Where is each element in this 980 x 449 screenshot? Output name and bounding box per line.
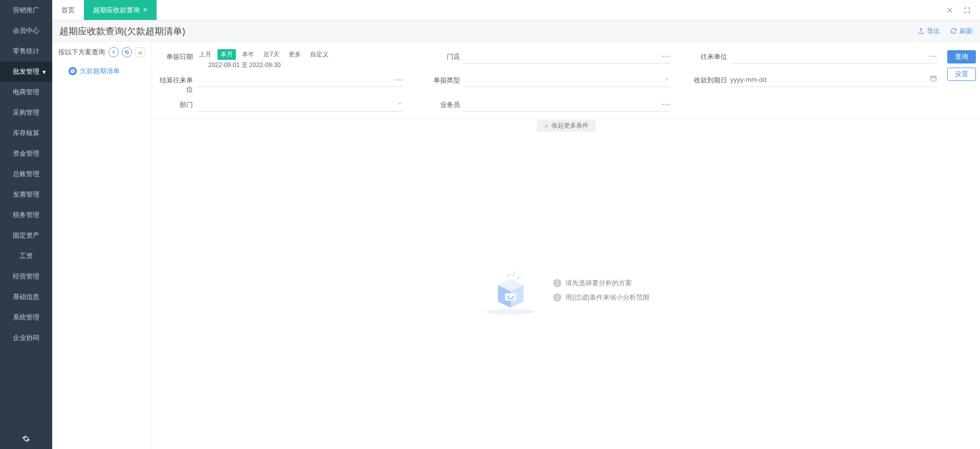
svg-point-9	[513, 296, 514, 297]
sidebar-item-ecommerce[interactable]: 电商管理	[0, 82, 52, 102]
filter-label-settle-partner: 结算往来单位	[156, 73, 196, 94]
ellipsis-icon[interactable]: ⋯	[929, 51, 937, 61]
date-tab-this-month[interactable]: 本月	[217, 49, 236, 60]
settle-partner-input[interactable]	[196, 73, 403, 87]
filter-label-due-date: 收款到期日	[690, 73, 730, 85]
scheme-settings-button[interactable]	[122, 47, 132, 57]
collapse-scheme-panel-button[interactable]: «	[135, 47, 145, 57]
export-button[interactable]: 导出	[918, 27, 940, 36]
empty-state: 1 请先选择要分析的方案 2 用[过滤]条件来缩小分析范围	[152, 132, 980, 449]
sidebar-item-purchase[interactable]: 采购管理	[0, 102, 52, 123]
sidebar-item-label: 工资	[19, 251, 33, 261]
sidebar-item-label: 总账管理	[13, 169, 39, 179]
date-tab-last-month[interactable]: 上月	[196, 49, 214, 60]
collapse-filters-button[interactable]: 收起更多条件	[537, 120, 596, 132]
scheme-header-label: 按以下方案查询	[58, 48, 105, 57]
chevron-down-icon[interactable]	[397, 99, 403, 109]
date-tab-custom[interactable]: 自定义	[307, 49, 332, 60]
empty-step-text: 用[过滤]条件来缩小分析范围	[565, 293, 649, 302]
refresh-label: 刷新	[960, 27, 973, 36]
sidebar-item-business[interactable]: 经营管理	[0, 266, 52, 287]
scheme-item-overdue-debt[interactable]: 欠款超期清单	[58, 65, 145, 78]
svg-point-6	[486, 309, 535, 315]
date-sep: 至	[242, 61, 248, 69]
caret-down-icon: ▾	[42, 68, 46, 76]
date-tab-last-7-days[interactable]: 近7天	[260, 49, 282, 60]
salesperson-input[interactable]	[463, 97, 670, 112]
svg-rect-7	[505, 293, 516, 301]
sidebar-item-label: 基础信息	[13, 292, 39, 302]
sidebar-settings-button[interactable]	[0, 429, 52, 449]
sidebar-item-label: 固定资产	[13, 231, 39, 240]
sidebar-item-ledger[interactable]: 总账管理	[0, 164, 52, 184]
sidebar-item-inventory[interactable]: 库存核算	[0, 123, 52, 143]
add-scheme-button[interactable]: +	[108, 47, 119, 57]
filter-form: 单据日期 上月 本月 本年 近7天 更多 自定义	[152, 42, 980, 119]
sidebar-item-label: 发票管理	[13, 190, 39, 199]
doc-type-select[interactable]	[463, 73, 670, 87]
scheme-item-label: 欠款超期清单	[80, 67, 120, 76]
sidebar-item-enterprise[interactable]: 企业协同	[0, 328, 52, 348]
close-icon[interactable]: ✕	[143, 7, 147, 13]
export-label: 导出	[927, 27, 940, 36]
chevron-down-icon[interactable]	[664, 75, 670, 84]
sidebar-item-fixed-assets[interactable]: 固定资产	[0, 225, 52, 246]
sidebar-item-label: 系统管理	[13, 313, 39, 322]
filter-label-date: 单据日期	[156, 49, 196, 61]
date-tab-this-year[interactable]: 本年	[239, 49, 257, 60]
query-button[interactable]: 查询	[947, 50, 976, 63]
tab-overdue-receivable[interactable]: 超期应收款查询 ✕	[84, 0, 157, 20]
chevron-left-icon: «	[138, 49, 142, 56]
empty-step-text: 请先选择要分析的方案	[565, 279, 632, 288]
ellipsis-icon[interactable]: ⋯	[662, 51, 670, 61]
sidebar-item-label: 批发管理	[13, 67, 39, 76]
refresh-button[interactable]: 刷新	[950, 27, 973, 36]
settings-button[interactable]: 设置	[947, 68, 976, 81]
sidebar-item-member[interactable]: 会员中心	[0, 20, 52, 41]
step-number-2: 2	[553, 293, 561, 302]
sidebar-item-marketing[interactable]: 营销推广	[0, 0, 52, 20]
ellipsis-icon[interactable]: ⋯	[395, 75, 403, 84]
dept-select[interactable]	[196, 97, 403, 112]
collapse-label: 收起更多条件	[552, 121, 589, 130]
filter-label-salesperson: 业务员	[423, 97, 463, 110]
tab-home[interactable]: 首页	[52, 0, 84, 20]
sidebar-item-label: 采购管理	[13, 108, 39, 117]
scheme-panel: 按以下方案查询 + « 欠款超期清单	[52, 42, 152, 449]
refresh-icon	[950, 28, 957, 34]
partner-input[interactable]	[730, 49, 937, 63]
sidebar-item-retail-stats[interactable]: 零售统计	[0, 41, 52, 61]
step-number-1: 1	[553, 279, 561, 287]
close-tab-button[interactable]	[944, 5, 955, 16]
calendar-icon[interactable]	[930, 75, 937, 84]
date-tab-more[interactable]: 更多	[286, 49, 304, 60]
sidebar-item-invoice[interactable]: 发票管理	[0, 184, 52, 205]
empty-illustration	[483, 265, 539, 316]
sidebar: 营销推广 会员中心 零售统计 批发管理 ▾ 电商管理 采购管理 库存核算 资金管…	[0, 0, 52, 449]
sidebar-item-basic-info[interactable]: 基础信息	[0, 287, 52, 307]
page-title: 超期应收款查询(欠款超期清单)	[59, 25, 185, 37]
title-bar: 超期应收款查询(欠款超期清单) 导出 刷新	[52, 20, 980, 42]
sidebar-item-wholesale[interactable]: 批发管理 ▾	[0, 61, 52, 82]
ellipsis-icon[interactable]: ⋯	[662, 99, 670, 109]
date-to-value: 2022-09-30	[249, 61, 280, 69]
chevron-up-icon	[544, 123, 549, 128]
sidebar-item-funds[interactable]: 资金管理	[0, 143, 52, 164]
filter-label-dept: 部门	[156, 97, 196, 110]
sidebar-item-tax[interactable]: 税务管理	[0, 205, 52, 225]
sidebar-item-label: 税务管理	[13, 210, 39, 220]
filter-label-store: 门店	[423, 49, 463, 61]
filter-label-doc-type: 单据类型	[423, 73, 463, 85]
svg-rect-2	[931, 76, 937, 81]
due-date-input[interactable]	[730, 73, 937, 87]
sidebar-item-salary[interactable]: 工资	[0, 246, 52, 266]
sidebar-item-label: 会员中心	[13, 26, 39, 35]
store-input[interactable]	[463, 49, 670, 63]
sidebar-item-system[interactable]: 系统管理	[0, 307, 52, 328]
scheme-item-icon	[69, 67, 77, 75]
sidebar-item-label: 经营管理	[13, 272, 39, 281]
date-from-value: 2022-09-01	[208, 61, 239, 69]
tab-label: 首页	[61, 6, 75, 15]
tab-bar: 首页 超期应收款查询 ✕	[52, 0, 980, 20]
fullscreen-button[interactable]	[962, 5, 973, 16]
